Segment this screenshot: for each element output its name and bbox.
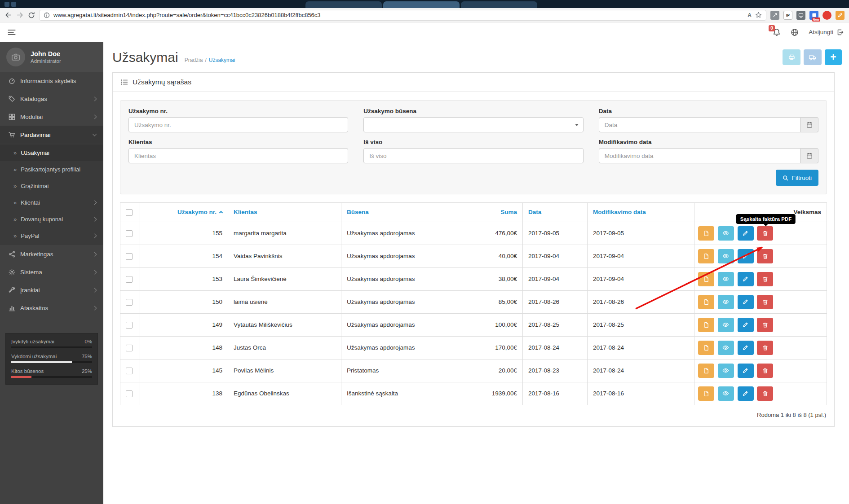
print-invoice-button[interactable] — [783, 49, 800, 65]
calendar-icon — [806, 122, 813, 128]
edit-button[interactable] — [738, 295, 754, 309]
url-text[interactable]: www.agregatai.lt/siteadmin14/index.php?r… — [53, 12, 744, 18]
address-bar[interactable]: www.agregatai.lt/siteadmin14/index.php?r… — [39, 10, 766, 21]
row-checkbox[interactable] — [126, 368, 133, 374]
edit-button[interactable] — [738, 386, 754, 401]
sidebar-item-sales[interactable]: Pardavimai — [0, 126, 103, 144]
breadcrumb-home[interactable]: Pradžia — [185, 57, 203, 63]
delete-button[interactable] — [757, 318, 773, 332]
browser-tab[interactable] — [305, 1, 382, 8]
info-icon[interactable] — [44, 12, 50, 18]
delete-button[interactable] — [757, 249, 773, 263]
select-all-checkbox[interactable] — [126, 209, 133, 216]
row-checkbox[interactable] — [126, 390, 133, 397]
view-button[interactable] — [718, 386, 734, 401]
sidebar-subitem-paypal[interactable]: PayPal — [0, 228, 103, 244]
avatar[interactable] — [6, 48, 25, 66]
row-checkbox[interactable] — [126, 322, 133, 329]
sort-order-nr[interactable]: Užsakymo nr. — [177, 209, 217, 215]
delete-button[interactable] — [757, 364, 773, 378]
delete-button[interactable] — [757, 226, 773, 241]
edit-button[interactable] — [738, 249, 754, 263]
view-button[interactable] — [718, 295, 734, 309]
invoice-pdf-button[interactable] — [698, 386, 714, 401]
row-checkbox[interactable] — [126, 276, 133, 283]
total-filter-input[interactable] — [363, 148, 583, 163]
notifications-button[interactable]: 0 — [773, 28, 781, 36]
order-status-select[interactable] — [363, 117, 583, 132]
invoice-pdf-button[interactable] — [698, 295, 714, 309]
back-button[interactable] — [4, 11, 12, 19]
view-button[interactable] — [718, 341, 734, 355]
extension-icon-new[interactable]: New — [809, 11, 818, 20]
print-shipping-list-button[interactable] — [804, 49, 822, 65]
extension-icon-dropper[interactable] — [770, 11, 779, 20]
extension-icon-round[interactable] — [822, 11, 831, 20]
edit-button[interactable] — [738, 226, 754, 241]
delete-button[interactable] — [757, 341, 773, 355]
delete-button[interactable] — [757, 272, 773, 286]
extension-icon-monitor[interactable] — [796, 11, 805, 20]
sort-status[interactable]: Būsena — [347, 209, 369, 215]
edit-button[interactable] — [738, 318, 754, 332]
edit-button[interactable] — [738, 272, 754, 286]
browser-tab[interactable] — [461, 1, 537, 8]
invoice-pdf-button[interactable] — [698, 272, 714, 286]
logout-button[interactable]: Atsijungti — [809, 29, 844, 36]
customer-filter-input[interactable] — [128, 148, 348, 163]
view-button[interactable] — [718, 318, 734, 332]
row-checkbox[interactable] — [126, 299, 133, 306]
edit-button[interactable] — [738, 364, 754, 378]
eye-icon — [722, 230, 729, 237]
sort-date[interactable]: Data — [528, 209, 541, 215]
menu-toggle-icon[interactable] — [7, 28, 16, 37]
view-button[interactable] — [718, 249, 734, 263]
forward-button[interactable] — [16, 11, 24, 19]
sidebar-subitem-orders[interactable]: Užsakymai — [0, 145, 103, 161]
browser-tab-active[interactable] — [383, 1, 460, 8]
modified-date-picker-button[interactable] — [800, 148, 818, 163]
invoice-pdf-button[interactable] — [698, 318, 714, 332]
edit-button[interactable] — [738, 341, 754, 355]
date-filter-input[interactable] — [599, 117, 800, 132]
delete-button[interactable] — [757, 386, 773, 401]
sidebar-item-reports[interactable]: Ataskaitos — [0, 299, 103, 317]
view-button[interactable] — [718, 364, 734, 378]
refresh-button[interactable] — [28, 12, 35, 19]
sort-modified[interactable]: Modifikavimo data — [593, 209, 646, 215]
view-button[interactable] — [718, 226, 734, 241]
invoice-pdf-button[interactable] — [698, 341, 714, 355]
sidebar-subitem-returns[interactable]: Grąžinimai — [0, 178, 103, 194]
sidebar-item-marketing[interactable]: Marketingas — [0, 245, 103, 263]
sidebar-item-system[interactable]: Sistema — [0, 263, 103, 281]
row-checkbox[interactable] — [126, 345, 133, 351]
invoice-pdf-button[interactable] — [698, 249, 714, 263]
sidebar-subitem-customers[interactable]: Klientai — [0, 194, 103, 211]
view-button[interactable] — [718, 272, 734, 286]
pencil-icon — [743, 322, 748, 328]
sidebar-item-tools[interactable]: Įrankiai — [0, 281, 103, 299]
extension-icon-ip[interactable]: IP — [783, 11, 792, 20]
row-checkbox[interactable] — [126, 253, 133, 260]
invoice-pdf-button[interactable] — [698, 226, 714, 241]
breadcrumb-current[interactable]: Užsakymai — [209, 57, 235, 63]
sidebar-item-dashboard[interactable]: Informacinis skydelis — [0, 72, 103, 90]
filter-button[interactable]: Filtruoti — [776, 170, 818, 186]
sidebar-item-catalog[interactable]: Katalogas — [0, 90, 103, 108]
invoice-pdf-button[interactable] — [698, 364, 714, 378]
modified-filter-input[interactable] — [599, 148, 800, 163]
add-order-button[interactable]: + — [825, 49, 842, 65]
sidebar-item-modules[interactable]: Moduliai — [0, 108, 103, 126]
delete-button[interactable] — [757, 295, 773, 309]
order-nr-filter-input[interactable] — [128, 117, 348, 132]
translate-icon[interactable]: A — [747, 12, 752, 18]
sort-customer[interactable]: Klientas — [234, 209, 257, 215]
language-button[interactable] — [791, 28, 799, 36]
row-checkbox[interactable] — [126, 230, 133, 237]
extension-icon-pencil[interactable] — [836, 11, 845, 20]
sidebar-subitem-gift-vouchers[interactable]: Dovanų kuponai — [0, 211, 103, 228]
bookmark-star-icon[interactable] — [755, 12, 762, 18]
sort-total[interactable]: Suma — [500, 209, 517, 215]
sidebar-subitem-recurring-profiles[interactable]: Pasikartojantys profiliai — [0, 161, 103, 178]
date-picker-button[interactable] — [800, 117, 818, 132]
